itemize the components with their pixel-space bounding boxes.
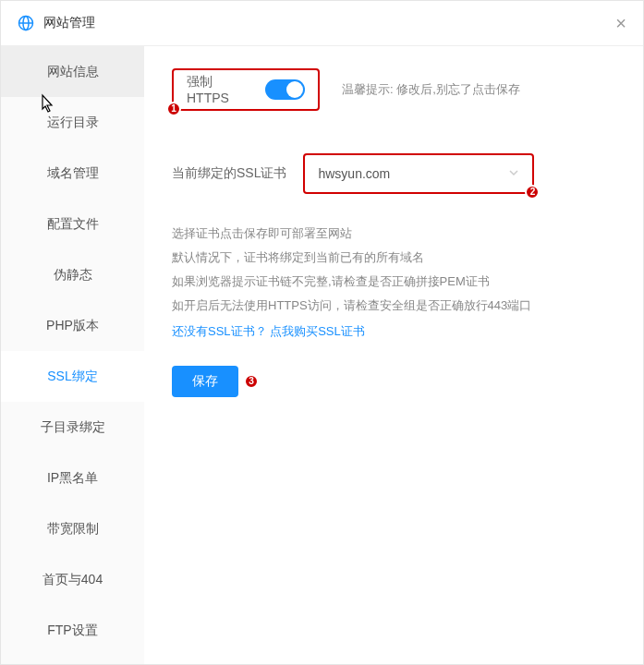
help-line: 如开启后无法使用HTTPS访问，请检查安全组是否正确放行443端口 (172, 294, 615, 318)
sidebar-item-label: 首页与404 (43, 572, 103, 588)
callout-badge-3: 3 (244, 374, 259, 389)
help-line: 默认情况下，证书将绑定到当前已有的所有域名 (172, 246, 615, 270)
sidebar-item-label: 伪静态 (54, 267, 92, 284)
content-panel: 强制HTTPS 1 温馨提示: 修改后,别忘了点击保存 当前绑定的SSL证书 h… (144, 46, 643, 664)
sidebar-item-index404[interactable]: 首页与404 (1, 554, 144, 605)
sidebar-item-label: 配置文件 (47, 216, 99, 233)
ssl-cert-select[interactable]: hwsyun.com 2 (303, 153, 534, 194)
sidebar-item-bandwidth[interactable]: 带宽限制 (1, 503, 144, 554)
sidebar-item-label: SSL绑定 (47, 369, 97, 385)
no-ssl-question: 还没有SSL证书？ (172, 324, 267, 338)
force-https-label: 强制HTTPS (187, 74, 254, 105)
ssl-cert-label: 当前绑定的SSL证书 (172, 165, 286, 182)
help-line: 如果浏览器提示证书链不完整,请检查是否正确拼接PEM证书 (172, 270, 615, 294)
sidebar-item-label: 网站信息 (47, 64, 99, 80)
sidebar-item-ssl[interactable]: SSL绑定 (1, 351, 144, 402)
sidebar-item-php[interactable]: PHP版本 (1, 300, 144, 351)
sidebar-item-rewrite[interactable]: 伪静态 (1, 249, 144, 300)
sidebar-item-label: FTP设置 (47, 623, 97, 639)
help-text: 选择证书点击保存即可部署至网站 默认情况下，证书将绑定到当前已有的所有域名 如果… (172, 222, 615, 344)
chevron-down-icon (508, 167, 519, 181)
sidebar-item-label: 带宽限制 (47, 521, 99, 538)
sidebar-item-ftp[interactable]: FTP设置 (1, 605, 144, 656)
sidebar-item-site-info[interactable]: 网站信息 (1, 46, 144, 97)
modal-header: 网站管理 × (1, 1, 643, 46)
sidebar-item-label: IP黑名单 (47, 470, 98, 487)
sidebar-item-domain[interactable]: 域名管理 (1, 148, 144, 199)
ssl-cert-value: hwsyun.com (318, 166, 508, 181)
globe-icon (18, 15, 34, 31)
sidebar-item-label: PHP版本 (46, 318, 99, 334)
sidebar-item-label: 运行目录 (47, 115, 99, 131)
save-button-label: 保存 (192, 373, 218, 390)
force-https-box: 强制HTTPS 1 (172, 68, 320, 111)
sidebar-item-ipblack[interactable]: IP黑名单 (1, 453, 144, 503)
sidebar-item-config[interactable]: 配置文件 (1, 199, 144, 249)
callout-badge-2: 2 (525, 185, 540, 200)
close-icon[interactable]: × (615, 14, 626, 32)
save-button[interactable]: 保存 3 (172, 366, 238, 397)
buy-ssl-link[interactable]: 点我购买SSL证书 (270, 324, 365, 338)
help-line: 选择证书点击保存即可部署至网站 (172, 222, 615, 246)
force-https-switch[interactable] (265, 79, 305, 100)
sidebar-item-label: 域名管理 (47, 165, 99, 182)
sidebar-item-subdir[interactable]: 子目录绑定 (1, 402, 144, 453)
sidebar-item-run-dir[interactable]: 运行目录 (1, 97, 144, 148)
sidebar: 网站信息 运行目录 域名管理 配置文件 伪静态 PHP版本 SSL绑定 子目录绑… (1, 46, 144, 664)
modal-title: 网站管理 (43, 15, 615, 31)
callout-badge-1: 1 (166, 102, 181, 116)
sidebar-item-label: 子目录绑定 (41, 419, 105, 436)
https-hint: 温馨提示: 修改后,别忘了点击保存 (342, 81, 520, 98)
